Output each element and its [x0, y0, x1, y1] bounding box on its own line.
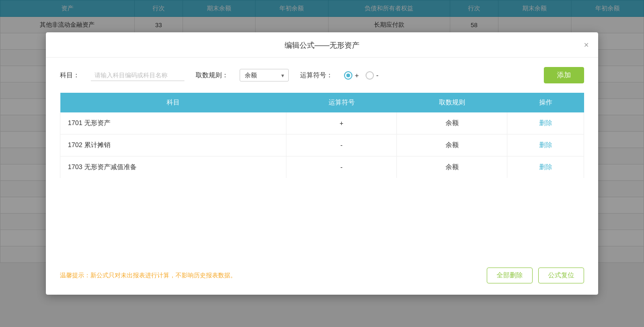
radio-plus[interactable]: + — [344, 71, 359, 80]
modal-rule-cell: 余额 — [397, 134, 507, 156]
modal-subject-cell: 1702 累计摊销 — [60, 134, 286, 156]
modal-title: 编辑公式——无形资产 — [285, 41, 359, 51]
radio-minus[interactable]: - — [366, 71, 379, 80]
modal-table-row: 1703 无形资产减值准备 - 余额 删除 — [60, 156, 584, 178]
modal-close-button[interactable]: × — [584, 41, 589, 49]
operator-radio-group: + - — [344, 71, 379, 80]
delete-link[interactable]: 删除 — [539, 119, 552, 126]
modal-operator-cell: - — [286, 156, 397, 178]
col-rule: 取数规则 — [397, 93, 507, 112]
modal-action-cell: 删除 — [507, 134, 584, 156]
modal-operator-cell: + — [286, 112, 397, 134]
delete-link[interactable]: 删除 — [539, 141, 552, 149]
subject-label: 科目： — [60, 71, 80, 80]
modal-rule-cell: 余额 — [397, 112, 507, 134]
subject-input[interactable] — [91, 70, 184, 81]
modal-table: 科目 运算符号 取数规则 操作 1701 无形资产 + 余额 删除 1702 累… — [60, 93, 584, 178]
radio-minus-circle — [366, 71, 374, 80]
modal-table-row: 1701 无形资产 + 余额 删除 — [60, 112, 584, 134]
modal-dialog: 编辑公式——无形资产 × 科目： 取数规则： 余额 借方发生额 贷方发生额 ▼ … — [46, 32, 598, 295]
col-subject: 科目 — [60, 93, 286, 112]
footer-buttons: 全部删除 公式复位 — [487, 268, 584, 283]
modal-action-cell: 删除 — [507, 112, 584, 134]
col-operator: 运算符号 — [286, 93, 397, 112]
modal-table-row: 1702 累计摊销 - 余额 删除 — [60, 134, 584, 156]
modal-overlay: 编辑公式——无形资产 × 科目： 取数规则： 余额 借方发生额 贷方发生额 ▼ … — [0, 0, 644, 327]
modal-table-wrapper: 科目 运算符号 取数规则 操作 1701 无形资产 + 余额 删除 1702 累… — [46, 93, 598, 258]
modal-subject-cell: 1703 无形资产减值准备 — [60, 156, 286, 178]
add-button[interactable]: 添加 — [544, 67, 584, 83]
footer-hint: 温馨提示：新公式只对未出报表进行计算，不影响历史报表数据。 — [60, 271, 236, 280]
delete-link[interactable]: 删除 — [539, 163, 552, 171]
modal-footer: 温馨提示：新公式只对未出报表进行计算，不影响历史报表数据。 全部删除 公式复位 — [46, 258, 598, 295]
modal-operator-cell: - — [286, 134, 397, 156]
rule-select-wrapper[interactable]: 余额 借方发生额 贷方发生额 ▼ — [240, 69, 289, 82]
form-row: 科目： 取数规则： 余额 借方发生额 贷方发生额 ▼ 运算符号： + — [46, 58, 598, 93]
modal-rule-cell: 余额 — [397, 156, 507, 178]
rule-select[interactable]: 余额 借方发生额 贷方发生额 — [240, 69, 289, 82]
col-action: 操作 — [507, 93, 584, 112]
modal-subject-cell: 1701 无形资产 — [60, 112, 286, 134]
modal-action-cell: 删除 — [507, 156, 584, 178]
radio-plus-label: + — [355, 71, 359, 79]
radio-minus-label: - — [376, 71, 379, 79]
modal-table-header-row: 科目 运算符号 取数规则 操作 — [60, 93, 584, 112]
radio-plus-circle — [344, 71, 352, 80]
operator-label: 运算符号： — [300, 71, 333, 80]
modal-header: 编辑公式——无形资产 × — [46, 32, 598, 58]
delete-all-button[interactable]: 全部删除 — [487, 268, 533, 283]
rule-label: 取数规则： — [196, 71, 228, 80]
reset-button[interactable]: 公式复位 — [538, 268, 584, 283]
